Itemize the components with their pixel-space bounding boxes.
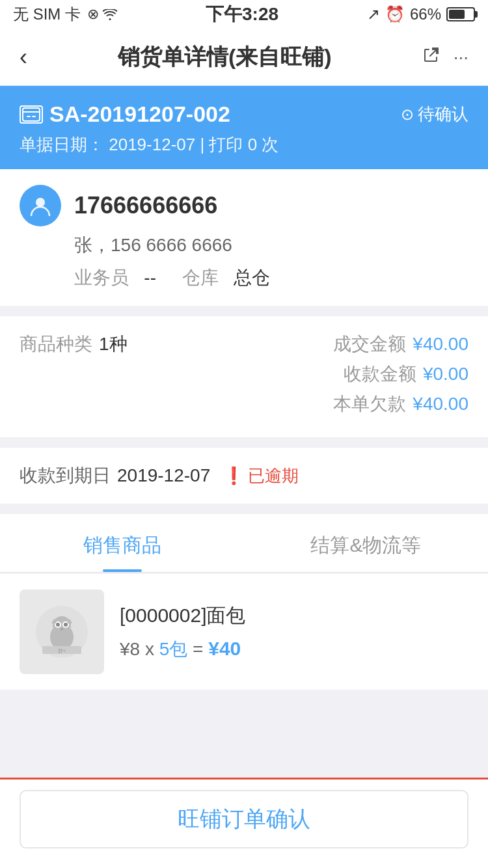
wifi-icon: ⊗ — [87, 6, 117, 23]
sales-rep-label: 业务员 — [74, 267, 129, 288]
price-total: ¥40 — [208, 638, 241, 659]
status-right: ↗ ⏰ 66% — [367, 5, 475, 23]
svg-rect-0 — [23, 108, 40, 121]
bottom-button-wrap: 旺铺订单确认 — [0, 778, 488, 868]
tabs: 销售商品 结算&物流等 — [0, 514, 488, 573]
nav-actions: ··· — [422, 46, 468, 68]
due-section: 收款到期日 2019-12-07 ❗ 已逾期 — [0, 448, 488, 504]
product-name: [0000002]面包 — [120, 603, 468, 629]
product-row: 舒+ [0000002]面包 ¥8 x 5包 = ¥40 — [20, 590, 468, 674]
multiply-sign: x — [145, 639, 159, 659]
battery-icon — [446, 7, 475, 21]
warehouse-label: 仓库 — [182, 267, 219, 288]
customer-name: 张，156 6666 6666 — [20, 233, 468, 258]
owed-value: ¥40.00 — [413, 394, 468, 414]
product-price: ¥8 x 5包 = ¥40 — [120, 637, 468, 662]
clock-icon: ⊙ — [401, 105, 414, 124]
overdue-badge: ❗ 已逾期 — [223, 465, 299, 487]
customer-phone: 17666666666 — [74, 192, 217, 219]
header-card: SA-20191207-002 ⊙ 待确认 单据日期： 2019-12-07 |… — [0, 86, 488, 169]
received-label: 收款金额 — [344, 362, 416, 387]
customer-section: 17666666666 张，156 6666 6666 业务员 -- 仓库 总仓 — [0, 169, 488, 306]
status-time: 下午3:28 — [206, 2, 278, 27]
location-icon: ↗ — [367, 5, 380, 23]
order-date-info: 单据日期： 2019-12-07 | 打印 0 次 — [20, 133, 468, 156]
due-date-value: 2019-12-07 — [117, 465, 210, 486]
sales-rep-value: -- — [144, 267, 156, 288]
amount-label: 成交金额 — [333, 332, 406, 357]
product-section: 舒+ [0000002]面包 ¥8 x 5包 = ¥40 — [0, 574, 488, 690]
info-section: 商品种类 1种 成交金额 ¥40.00 收款金额 ¥0.00 本单欠款 ¥40.… — [0, 316, 488, 437]
warehouse-value: 总仓 — [234, 267, 270, 288]
tab-sales-products[interactable]: 销售商品 — [0, 514, 244, 572]
product-types-value: 1种 — [99, 332, 128, 357]
price-qty: 5包 — [159, 639, 188, 659]
customer-meta: 业务员 -- 仓库 总仓 — [20, 265, 468, 290]
share-icon[interactable] — [422, 46, 441, 68]
owed-label: 本单欠款 — [333, 392, 406, 416]
order-status: ⊙ 待确认 — [401, 103, 468, 126]
order-number: SA-20191207-002 — [20, 102, 230, 127]
alarm-icon: ⏰ — [385, 5, 405, 23]
equals-sign: = — [193, 639, 208, 659]
overdue-text: 已逾期 — [248, 465, 299, 487]
confirm-button[interactable]: 旺铺订单确认 — [20, 790, 468, 848]
back-button[interactable]: ‹ — [20, 44, 27, 71]
svg-text:舒+: 舒+ — [58, 648, 66, 654]
more-icon[interactable]: ··· — [454, 47, 468, 68]
amount-value: ¥40.00 — [413, 334, 468, 355]
order-icon — [20, 105, 43, 124]
nav-bar: ‹ 销货单详情(来自旺铺) ··· — [0, 29, 488, 86]
product-types-label: 商品种类 — [20, 332, 92, 357]
warning-icon: ❗ — [223, 466, 244, 486]
avatar — [20, 185, 61, 226]
product-thumbnail: 舒+ — [20, 590, 104, 674]
carrier-text: 无 SIM 卡 — [13, 4, 81, 25]
battery-percent: 66% — [410, 5, 441, 23]
product-info: [0000002]面包 ¥8 x 5包 = ¥40 — [120, 603, 468, 662]
price-unit: ¥8 — [120, 639, 140, 659]
due-date-label: 收款到期日 — [20, 463, 111, 488]
tab-settlement[interactable]: 结算&物流等 — [244, 514, 488, 572]
svg-point-1 — [36, 198, 45, 207]
status-carrier: 无 SIM 卡 ⊗ — [13, 4, 117, 25]
status-bar: 无 SIM 卡 ⊗ 下午3:28 ↗ ⏰ 66% — [0, 0, 488, 29]
received-value: ¥0.00 — [423, 364, 468, 385]
page-title: 销货单详情(来自旺铺) — [118, 42, 332, 72]
